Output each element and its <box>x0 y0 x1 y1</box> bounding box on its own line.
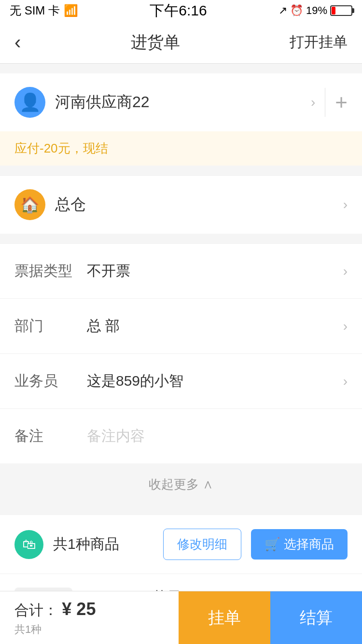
status-left: 无 SIM 卡 📶 <box>10 3 78 18</box>
section-gap-1 <box>0 64 362 73</box>
collapse-row[interactable]: 收起更多 ∧ <box>0 463 362 505</box>
warehouse-name: 总仓 <box>55 194 343 215</box>
open-pending-button[interactable]: 打开挂单 <box>290 32 348 52</box>
select-product-icon: 🛒 <box>265 537 280 552</box>
nav-bar: ‹ 进货单 打开挂单 <box>0 21 362 64</box>
supplier-avatar: 👤 <box>14 87 45 118</box>
status-bar: 无 SIM 卡 📶 下午6:16 ↗ ⏰ 19% <box>0 0 362 21</box>
add-supplier-button[interactable]: + <box>335 90 348 114</box>
invoice-value: 不开票 <box>82 261 343 281</box>
products-header: 🛍 共1种商品 修改明细 🛒 选择商品 <box>0 515 362 574</box>
select-product-label: 选择商品 <box>284 536 334 553</box>
footer-bar: 合计： ¥ 25 共1种 挂单 结算 <box>0 591 362 644</box>
wifi-icon: 📶 <box>64 4 78 17</box>
battery-text: 19% <box>306 4 327 17</box>
chevron-right-icon: › <box>311 95 315 110</box>
department-chevron-icon: › <box>343 319 348 334</box>
warehouse-row[interactable]: 🏠 总仓 › <box>0 175 362 234</box>
invoice-label: 票据类型 <box>14 261 82 281</box>
back-button[interactable]: ‹ <box>14 31 21 53</box>
total-label: 合计： <box>14 602 58 618</box>
alert-text: 应付-20元，现结 <box>14 141 108 155</box>
edit-details-button[interactable]: 修改明细 <box>163 529 241 560</box>
department-row[interactable]: 部门 总 部 › <box>0 298 362 353</box>
department-label: 部门 <box>14 316 82 336</box>
salesman-label: 业务员 <box>14 371 82 391</box>
warehouse-icon: 🏠 <box>20 196 40 214</box>
salesman-chevron-icon: › <box>343 374 348 389</box>
collapse-label: 收起更多 ∧ <box>149 476 213 493</box>
supplier-section: 👤 河南供应商22 › + 应付-20元，现结 <box>0 73 362 166</box>
department-value: 总 部 <box>82 316 343 336</box>
section-gap-2 <box>0 166 362 175</box>
carrier-text: 无 SIM 卡 <box>10 3 60 18</box>
section-gap-3 <box>0 234 362 243</box>
select-product-button[interactable]: 🛒 选择商品 <box>251 529 348 560</box>
suspend-button[interactable]: 挂单 <box>179 591 270 644</box>
location-icon: ↗ <box>278 4 287 17</box>
supplier-name: 河南供应商22 <box>55 92 311 113</box>
remark-input[interactable]: 备注内容 <box>82 426 348 446</box>
cart-icon: 🛍 <box>22 536 36 552</box>
form-section: 票据类型 不开票 › 部门 总 部 › 业务员 这是859的小智 › 备注 备注… <box>0 243 362 463</box>
warehouse-icon-wrap: 🏠 <box>14 189 45 220</box>
remark-label: 备注 <box>14 426 82 446</box>
invoice-chevron-icon: › <box>343 264 348 279</box>
products-icon-wrap: 🛍 <box>14 530 43 559</box>
vertical-divider <box>325 88 325 117</box>
products-count: 共1种商品 <box>53 534 153 554</box>
footer-total-main: 合计： ¥ 25 <box>14 599 164 620</box>
salesman-row[interactable]: 业务员 这是859的小智 › <box>0 353 362 408</box>
remark-row[interactable]: 备注 备注内容 <box>0 408 362 463</box>
user-icon: 👤 <box>19 92 41 112</box>
salesman-value: 这是859的小智 <box>82 371 343 391</box>
section-gap-4 <box>0 505 362 515</box>
status-time: 下午6:16 <box>150 1 207 21</box>
total-amount: ¥ 25 <box>62 599 96 619</box>
supplier-row[interactable]: 👤 河南供应商22 › + <box>0 73 362 131</box>
warehouse-section: 🏠 总仓 › <box>0 175 362 234</box>
status-right: ↗ ⏰ 19% <box>278 4 352 17</box>
alarm-icon: ⏰ <box>290 4 303 17</box>
warehouse-chevron-icon: › <box>343 197 348 212</box>
footer-total: 合计： ¥ 25 共1种 <box>0 599 179 637</box>
battery-icon <box>330 5 352 16</box>
checkout-button[interactable]: 结算 <box>270 591 362 644</box>
page-title: 进货单 <box>131 31 180 54</box>
alert-banner: 应付-20元，现结 <box>0 131 362 166</box>
invoice-row[interactable]: 票据类型 不开票 › <box>0 243 362 298</box>
footer-total-sub: 共1种 <box>14 622 164 637</box>
